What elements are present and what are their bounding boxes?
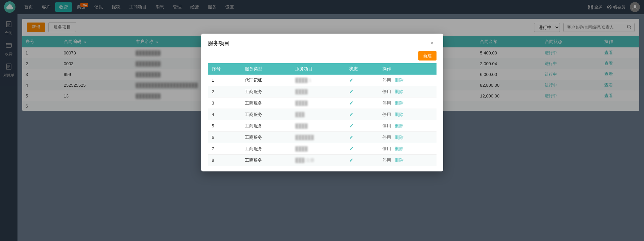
modal-cell-action: 停用 删除 xyxy=(378,109,437,120)
modal-cell-item: ████ xyxy=(291,97,345,109)
modal-cell-status: ✔ xyxy=(345,132,378,143)
modal-col-seq: 序号 xyxy=(208,63,241,75)
modal-cell-action: 停用 删除 xyxy=(378,120,437,132)
modal-overlay[interactable]: 服务项目 × 新建 序号 服务类型 服务项目 状态 操作 1 代理记账 ████ xyxy=(0,0,644,241)
modal-col-type: 服务类型 xyxy=(241,63,291,75)
modal-cell-status: ✔ xyxy=(345,143,378,155)
modal-cell-status: ✔ xyxy=(345,155,378,166)
modal-cell-action: 停用 删除 xyxy=(378,132,437,143)
delete-btn-4[interactable]: 删除 xyxy=(395,112,404,117)
delete-btn-8[interactable]: 删除 xyxy=(395,158,404,163)
modal-cell-type: 工商服务 xyxy=(241,132,291,143)
modal-cell-action: 停用 删除 xyxy=(378,155,437,166)
modal-table-row: 5 工商服务 ████ ✔ 停用 删除 xyxy=(208,120,437,132)
modal-col-action: 操作 xyxy=(378,63,437,75)
stop-btn-6[interactable]: 停用 xyxy=(382,135,391,140)
modal-cell-type: 工商服务 xyxy=(241,86,291,97)
modal-cell-status: ✔ xyxy=(345,109,378,120)
delete-btn-3[interactable]: 删除 xyxy=(395,101,404,106)
modal-cell-action: 停用 删除 xyxy=(378,97,437,109)
modal-col-status: 状态 xyxy=(345,63,378,75)
modal-cell-item: ██████ xyxy=(291,132,345,143)
modal-cell-type: 工商服务 xyxy=(241,109,291,120)
delete-btn-7[interactable]: 删除 xyxy=(395,146,404,151)
modal-cell-action: 停用 删除 xyxy=(378,143,437,155)
modal-cell-item: ████ xyxy=(291,86,345,97)
modal-cell-item: ███ xyxy=(291,109,345,120)
stop-btn-2[interactable]: 停用 xyxy=(382,89,391,94)
modal-cell-seq: 5 xyxy=(208,120,241,132)
modal-cell-status: ✔ xyxy=(345,75,378,86)
modal-cell-item: ████ 1 xyxy=(291,75,345,86)
modal-cell-seq: 6 xyxy=(208,132,241,143)
modal-cell-action: 停用 删除 xyxy=(378,75,437,86)
service-items-modal: 服务项目 × 新建 序号 服务类型 服务项目 状态 操作 1 代理记账 ████ xyxy=(201,34,443,171)
modal-col-item: 服务项目 xyxy=(291,63,345,75)
modal-cell-item: ███ 注册 xyxy=(291,155,345,166)
stop-btn-7[interactable]: 停用 xyxy=(382,146,391,151)
modal-cell-type: 工商服务 xyxy=(241,155,291,166)
stop-btn-1[interactable]: 停用 xyxy=(382,78,391,83)
modal-table-row: 1 代理记账 ████ 1 ✔ 停用 删除 xyxy=(208,75,437,86)
modal-cell-item: ████ xyxy=(291,143,345,155)
stop-btn-3[interactable]: 停用 xyxy=(382,101,391,106)
modal-cell-seq: 1 xyxy=(208,75,241,86)
modal-cell-seq: 7 xyxy=(208,143,241,155)
modal-cell-type: 工商服务 xyxy=(241,143,291,155)
delete-btn-5[interactable]: 删除 xyxy=(395,123,404,128)
modal-table-row: 3 工商服务 ████ ✔ 停用 删除 xyxy=(208,97,437,109)
modal-cell-type: 代理记账 xyxy=(241,75,291,86)
modal-cell-seq: 3 xyxy=(208,97,241,109)
modal-body: 序号 服务类型 服务项目 状态 操作 1 代理记账 ████ 1 ✔ 停用 删除… xyxy=(201,63,443,171)
modal-cell-seq: 2 xyxy=(208,86,241,97)
modal-table-row: 8 工商服务 ███ 注册 ✔ 停用 删除 xyxy=(208,155,437,166)
modal-cell-seq: 4 xyxy=(208,109,241,120)
modal-toolbar: 新建 xyxy=(201,48,443,63)
service-items-table: 序号 服务类型 服务项目 状态 操作 1 代理记账 ████ 1 ✔ 停用 删除… xyxy=(208,63,437,166)
modal-cell-status: ✔ xyxy=(345,97,378,109)
modal-cell-action: 停用 删除 xyxy=(378,86,437,97)
stop-btn-8[interactable]: 停用 xyxy=(382,158,391,163)
new-service-btn[interactable]: 新建 xyxy=(418,51,437,61)
stop-btn-5[interactable]: 停用 xyxy=(382,123,391,128)
modal-cell-item: ████ xyxy=(291,120,345,132)
modal-table-row: 6 工商服务 ██████ ✔ 停用 删除 xyxy=(208,132,437,143)
modal-cell-status: ✔ xyxy=(345,120,378,132)
modal-table-row: 7 工商服务 ████ ✔ 停用 删除 xyxy=(208,143,437,155)
delete-btn-1[interactable]: 删除 xyxy=(395,78,404,83)
modal-title: 服务项目 xyxy=(208,40,229,47)
modal-cell-type: 工商服务 xyxy=(241,97,291,109)
modal-table-row: 4 工商服务 ███ ✔ 停用 删除 xyxy=(208,109,437,120)
modal-cell-type: 工商服务 xyxy=(241,120,291,132)
modal-close-btn[interactable]: × xyxy=(428,39,437,48)
modal-cell-seq: 8 xyxy=(208,155,241,166)
delete-btn-2[interactable]: 删除 xyxy=(395,89,404,94)
modal-table-row: 2 工商服务 ████ ✔ 停用 删除 xyxy=(208,86,437,97)
stop-btn-4[interactable]: 停用 xyxy=(382,112,391,117)
modal-header: 服务项目 × xyxy=(201,34,443,48)
delete-btn-6[interactable]: 删除 xyxy=(395,135,404,140)
modal-cell-status: ✔ xyxy=(345,86,378,97)
